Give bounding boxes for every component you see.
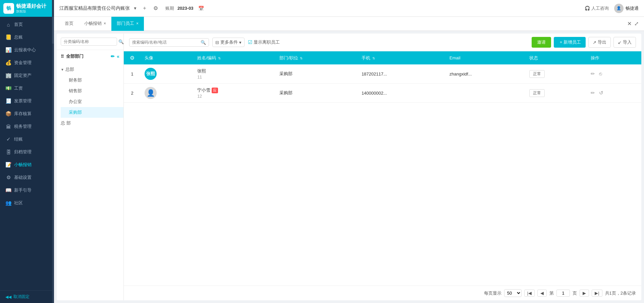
table-footer: 每页显示 50 100 200 |◀ ◀ 第 页 ▶ ▶| 共1页，2条记录	[124, 286, 641, 300]
col-phone[interactable]: 手机 ⇅	[358, 51, 445, 64]
row-status: 正常	[525, 64, 587, 84]
sidebar-item-checkout[interactable]: ✓ 结账	[0, 133, 52, 146]
row-status: 正常	[525, 84, 587, 103]
tab-close-icon[interactable]: ×	[104, 21, 106, 26]
col-dept-position[interactable]: 部门/职位 ⇅	[275, 51, 358, 64]
reports-icon: 📊	[5, 47, 11, 53]
fund-icon: 💰	[5, 60, 11, 66]
logo-text-area: 畅捷通好会计 旗舰版	[16, 3, 46, 14]
sidebar-item-inventory[interactable]: 📦 库存核算	[0, 107, 52, 120]
export-button[interactable]: ↗ 导出	[588, 37, 611, 48]
dept-edit-icon[interactable]: ✏	[111, 54, 115, 59]
edit-icon[interactable]: ✏	[591, 71, 595, 77]
calendar-icon[interactable]: 📅	[198, 6, 204, 11]
company-name[interactable]: 江西服宝精品有限责任公司内账张	[59, 5, 130, 11]
add-employee-button[interactable]: + 新增员工	[554, 37, 586, 48]
employee-search-wrap: 🔍	[129, 38, 209, 47]
sidebar-item-fund-management[interactable]: 💰 资金管理	[0, 56, 52, 69]
edit-icon[interactable]: ✏	[591, 90, 595, 96]
employee-code: 11	[197, 75, 271, 80]
more-filters-button[interactable]: ⊟ 更多条件 ▾	[212, 38, 245, 47]
logo-title: 畅捷通好会计	[16, 3, 46, 9]
logout-icon[interactable]: ⎋	[599, 71, 602, 77]
dept-search-input[interactable]	[61, 38, 117, 46]
employee-toolbar: 🔍 ⊟ 更多条件 ▾ ☑ 显示离职员工 邀请 + 新增员工	[124, 34, 641, 51]
archive-icon: 🗄	[5, 149, 11, 155]
sidebar-item-label: 发票管理	[14, 98, 32, 104]
sidebar-item-archive[interactable]: 🗄 归档管理	[0, 146, 52, 158]
sidebar-item-home[interactable]: ⌂ 首页	[0, 18, 52, 31]
dept-item-purchasing[interactable]: 采购部	[61, 107, 123, 118]
dept-item-general-hq[interactable]: 总 部	[57, 118, 123, 129]
show-resigned-toggle[interactable]: ☑ 显示离职员工	[248, 39, 280, 45]
import-label: 导入	[623, 39, 632, 45]
company-dropdown-icon[interactable]: ▼	[133, 6, 137, 11]
employee-tag: 应	[212, 88, 218, 93]
action-icons: ✏ ↺	[591, 90, 637, 96]
add-tab-button[interactable]: ＋	[141, 5, 149, 12]
sidebar-nav: ⌂ 首页 📒 总账 📊 云报表中心 💰 资金管理 🏢 固定资产 💵 工资 🧾 发…	[0, 17, 52, 290]
sidebar-unpin-button[interactable]: ◀◀ 取消固定	[0, 290, 52, 303]
period-value[interactable]: 2023-03	[177, 6, 194, 11]
col-name-code[interactable]: 姓名/编码 ⇅	[193, 51, 275, 64]
sidebar-item-fixed-assets[interactable]: 🏢 固定资产	[0, 69, 52, 82]
last-page-button[interactable]: ▶|	[592, 290, 602, 297]
page-unit-label: 页	[573, 290, 577, 296]
page-size-label: 每页显示	[484, 290, 501, 296]
next-page-button[interactable]: ▶	[580, 290, 589, 297]
name-code-cell: 宁小雪 应 12	[197, 87, 271, 99]
employee-search-input[interactable]	[132, 40, 199, 45]
settings-button[interactable]: ⚙	[152, 5, 159, 11]
col-action: 操作	[587, 51, 641, 64]
tab-close-icon[interactable]: ×	[136, 21, 139, 26]
prev-page-button[interactable]: ◀	[537, 290, 547, 297]
import-button[interactable]: ↙ 导入	[613, 37, 636, 48]
sidebar-item-tax[interactable]: 🏛 税务管理	[0, 120, 52, 133]
dept-item-finance[interactable]: 财务部	[61, 75, 123, 86]
dept-item-office[interactable]: 办公室	[61, 96, 123, 107]
sidebar-item-expense[interactable]: 📝 小畅报销	[0, 158, 52, 171]
employee-name: 张熙	[197, 68, 271, 74]
page-size-select[interactable]: 50 100 200	[504, 289, 522, 297]
invite-button[interactable]: 邀请	[532, 37, 551, 48]
row-avatar: 张熙	[141, 64, 193, 84]
employee-data-table: ⚙ 头像 姓名/编码 ⇅ 部门/职位 ⇅	[124, 51, 641, 103]
filter-icon: ⊟	[215, 40, 219, 45]
sidebar-scroll-thumb	[52, 17, 54, 44]
sidebar-item-community[interactable]: 👥 社区	[0, 197, 52, 209]
dept-item-headquarters[interactable]: ▼ 总部	[57, 64, 123, 75]
sidebar-item-payroll[interactable]: 💵 工资	[0, 82, 52, 95]
page-input[interactable]	[556, 290, 570, 297]
period-label: 账期	[165, 5, 174, 11]
refresh-icon[interactable]: ↺	[599, 90, 603, 96]
community-icon: 👥	[5, 200, 11, 206]
dept-collapse-icon[interactable]: «	[117, 54, 119, 59]
user-area[interactable]: 👤 畅捷通	[614, 4, 639, 13]
first-page-button[interactable]: |◀	[524, 290, 535, 297]
sidebar-item-cloud-reports[interactable]: 📊 云报表中心	[0, 44, 52, 56]
col-settings[interactable]: ⚙	[124, 51, 141, 64]
row-email	[445, 84, 525, 103]
employee-search-icon[interactable]: 🔍	[201, 40, 206, 45]
sidebar-item-label: 资金管理	[14, 60, 32, 66]
sidebar-item-invoice[interactable]: 🧾 发票管理	[0, 95, 52, 107]
expand-tab-action[interactable]: ⤢	[634, 20, 639, 27]
ledger-icon: 📒	[5, 34, 11, 40]
tab-home[interactable]: 首页	[59, 17, 79, 31]
close-tab-action[interactable]: ✕	[627, 20, 632, 27]
sidebar-item-guide[interactable]: 📖 新手引导	[0, 184, 52, 197]
tab-expense[interactable]: 小畅报销 ×	[79, 17, 111, 31]
sidebar-item-label: 工资	[14, 85, 23, 91]
headset-icon: 🎧	[585, 6, 590, 11]
support-button[interactable]: 🎧 人工咨询	[585, 5, 609, 11]
support-label: 人工咨询	[591, 5, 609, 11]
row-avatar: 👤	[141, 84, 193, 103]
logo-subtitle: 旗舰版	[16, 9, 46, 14]
dept-search-icon[interactable]: 🔍	[118, 39, 124, 44]
all-departments-header[interactable]: ⠿ 全部部门 ✏ «	[57, 50, 123, 63]
table-settings-icon[interactable]: ⚙	[130, 55, 135, 61]
sidebar-item-general-ledger[interactable]: 📒 总账	[0, 31, 52, 44]
sidebar-item-settings[interactable]: ⚙ 基础设置	[0, 171, 52, 184]
dept-item-sales[interactable]: 销售部	[61, 86, 123, 96]
tab-department[interactable]: 部门员工 ×	[111, 17, 144, 31]
